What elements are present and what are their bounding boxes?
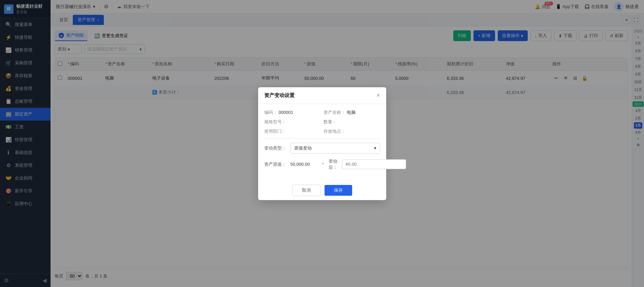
modal-title: 资产变动设置 <box>264 92 295 99</box>
change-type-select[interactable]: 原值变动 ▾ <box>290 143 380 154</box>
modal-footer: 取消 保存 <box>258 181 386 200</box>
cancel-button[interactable]: 取消 <box>292 185 320 196</box>
info-spec: 规格型号： <box>264 119 321 125</box>
after-change-input[interactable] <box>342 159 406 169</box>
info-location: 存放地点： <box>324 128 380 134</box>
modal-info-grid: 编码： 000001 资产名称： 电脑 规格型号： 数量： 使用部门： <box>264 109 380 134</box>
asset-value-display: 50,000.00 <box>290 162 317 167</box>
info-code: 编码： 000001 <box>264 109 321 116</box>
info-asset-name: 资产名称： 电脑 <box>324 109 380 116</box>
change-type-dropdown-icon: ▾ <box>374 146 376 151</box>
asset-value-row: 资产原值： 50,000.00 * 变动后： <box>264 158 380 170</box>
asset-change-modal: 资产变动设置 × 编码： 000001 资产名称： 电脑 规格型号： 数量： <box>258 87 386 200</box>
asset-value-label: 资产原值： <box>264 161 288 167</box>
modal-close-btn[interactable]: × <box>376 92 380 99</box>
modal-body: 编码： 000001 资产名称： 电脑 规格型号： 数量： 使用部门： <box>258 104 386 181</box>
change-type-label: 变动类型： <box>264 145 288 151</box>
info-dept: 使用部门： <box>264 128 321 134</box>
after-change-label: 变动后： <box>329 158 337 170</box>
modal-header: 资产变动设置 × <box>258 87 386 104</box>
modal-overlay[interactable]: 资产变动设置 × 编码： 000001 资产名称： 电脑 规格型号： 数量： <box>0 0 644 287</box>
save-button[interactable]: 保存 <box>325 185 352 196</box>
required-star: * <box>322 162 324 167</box>
modal-divider <box>264 138 380 139</box>
info-quantity: 数量： <box>324 119 380 125</box>
change-type-row: 变动类型： 原值变动 ▾ <box>264 143 380 154</box>
